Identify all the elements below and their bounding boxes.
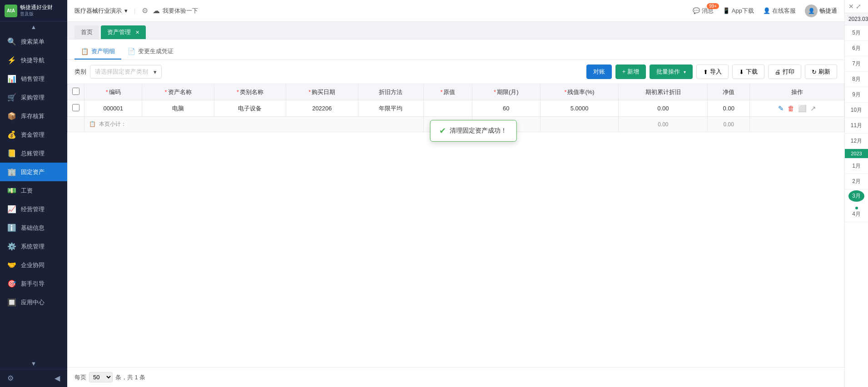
month-item-may[interactable]: 5月 [845,25,868,41]
copy-icon[interactable]: ⬜ [798,104,807,113]
user-info[interactable]: 👤 畅捷通 [805,5,837,17]
tab-asset-management[interactable]: 资产管理 ✕ [101,25,146,39]
service-icon: 👤 [763,7,770,14]
month-item-jan[interactable]: 1月 [845,159,868,174]
app-download-button[interactable]: 📱 App下载 [723,7,754,15]
sidebar-item-system[interactable]: ⚙️ 系统管理 [0,237,67,256]
fixed-assets-icon: 🏢 [7,168,16,176]
month-item-feb[interactable]: 2月 [845,174,868,189]
toolbar: 类别 请选择固定资产类别 ▾ 对账 + 新增 批量操作 ▾ [67,60,844,84]
download-button[interactable]: ⬇ 下载 [732,64,764,79]
toolbar-right: 对账 + 新增 批量操作 ▾ ⬆ 导入 ⬇ 下载 [586,64,837,79]
sub-tab-voucher[interactable]: 📄 变更生成凭证 [121,44,180,60]
sidebar-item-quicknav[interactable]: ⚡ 快捷导航 [0,51,67,69]
month-item-dec[interactable]: 12月 [845,134,868,149]
content-area: 首页 资产管理 ✕ 📋 资产明细 📄 变更生成凭证 [67,22,844,387]
row-actions: ✎ 🗑 ⬜ ↗ [750,100,844,117]
sidebar-item-tutorial[interactable]: 🎯 新手引导 [0,274,67,293]
app-logo: AtA [5,5,17,17]
app-subtitle: 普及版 [20,11,53,17]
customer-service-button[interactable]: 👤 在线客服 [763,7,796,15]
collaboration-icon: 🤝 [7,261,16,269]
col-actions: 操作 [750,84,844,100]
tutorial-icon: 🎯 [7,279,16,288]
col-name: *资产名称 [142,84,214,100]
topbar-divider: | [134,7,135,14]
refresh-button[interactable]: ↻ 刷新 [805,64,837,79]
month-item-sep[interactable]: 9月 [845,87,868,103]
sidebar-item-payroll[interactable]: 💵 工资 [0,181,67,200]
message-icon: 💬 [693,7,700,14]
sidebar-scroll-up[interactable]: ▲ [0,22,67,32]
per-page-select[interactable]: 50 100 200 [89,372,113,382]
batch-operations-button[interactable]: 批量操作 ▾ [650,64,693,79]
tab-home[interactable]: 首页 [74,25,99,39]
sidebar-item-search[interactable]: 🔍 搜索菜单 [0,32,67,51]
settings-gear-icon[interactable]: ⚙ [142,6,148,15]
new-button[interactable]: + 新增 [615,64,646,79]
right-panel-close-icon[interactable]: ✕ [848,3,854,10]
sidebar: AtA 畅捷通好业财 普及版 ▲ 🔍 搜索菜单 ⚡ 快捷导航 📊 销售管理 🛒 … [0,0,67,387]
row-residual-rate: 5.0000 [540,100,619,117]
sidebar-item-label: 基础信息 [21,224,45,232]
delete-icon[interactable]: 🗑 [788,104,794,112]
print-button[interactable]: 🖨 打印 [768,64,801,79]
edit-icon[interactable]: ✎ [778,104,784,113]
sidebar-scroll-down[interactable]: ▼ [0,358,67,369]
row-name: 电脑 [142,100,214,117]
sidebar-item-sales[interactable]: 📊 销售管理 [0,69,67,88]
message-badge: 99+ [707,3,719,9]
sidebar-item-inventory[interactable]: 📦 库存核算 [0,107,67,125]
reconcile-button[interactable]: 对账 [586,64,612,79]
action-icons-group: ✎ 🗑 ⬜ ↗ [754,104,839,113]
row-code: 000001 [84,100,142,117]
sidebar-collapse-button[interactable]: ◀ [55,374,60,382]
import-button[interactable]: ⬆ 导入 [696,64,729,79]
sidebar-item-label: 销售管理 [21,75,45,83]
service-label: 在线客服 [772,7,796,15]
sidebar-item-label: 新手引导 [21,280,45,288]
category-dropdown[interactable]: 请选择固定资产类别 ▾ [90,65,162,79]
month-item-mar-active[interactable]: 3月 [848,190,864,202]
sidebar-item-operations[interactable]: 📈 经营管理 [0,200,67,218]
subtotal-label: 本页小计： [99,121,126,127]
sidebar-item-label: 资金管理 [21,131,45,139]
sub-tab-asset-detail[interactable]: 📋 资产明细 [74,44,121,60]
company-name: 医疗器械行业演示 [74,7,122,15]
company-selector[interactable]: 医疗器械行业演示 ▾ [74,7,128,15]
right-panel: ✕ ⤢ 2023.03 5月 6月 7月 8月 9月 10月 11月 12月 2… [844,0,868,387]
sidebar-item-collaboration[interactable]: 🤝 企业协同 [0,256,67,274]
message-button[interactable]: 💬 消息 99+ [693,7,714,15]
sidebar-bottom: ⚙ ◀ [0,369,67,387]
table-header-row: *编码 *资产名称 *类别名称 *购买日期 折旧方法 *原值 *期限(月) *残… [68,84,844,100]
sidebar-item-basic-info[interactable]: ℹ️ 基础信息 [0,218,67,237]
refresh-icon: ↻ [812,69,817,75]
filter-area: 类别 请选择固定资产类别 ▾ [74,65,162,79]
sidebar-item-finance[interactable]: 💰 资金管理 [0,125,67,144]
sidebar-item-purchase[interactable]: 🛒 采购管理 [0,88,67,107]
month-item-apr[interactable]: 4月 [845,203,868,222]
import-icon: ⬆ [703,69,708,75]
toast-message: 清理固定资产成功！ [450,127,507,135]
success-toast: ✔ 清理固定资产成功！ [430,120,516,142]
month-item-aug[interactable]: 8月 [845,72,868,87]
sidebar-item-label: 经营管理 [21,205,45,213]
month-item-oct[interactable]: 10月 [845,103,868,118]
col-category: *类别名称 [214,84,286,100]
month-item-jun[interactable]: 6月 [845,41,868,56]
topbar: 医疗器械行业演示 ▾ | ⚙ ☁ 我要体验一下 💬 消息 99+ 📱 App下载… [67,0,844,22]
select-all-checkbox[interactable] [72,88,79,95]
sidebar-item-fixed-assets[interactable]: 🏢 固定资产 [0,163,67,181]
more-icon[interactable]: ↗ [810,104,816,113]
tab-close-icon[interactable]: ✕ [135,30,139,35]
row-checkbox[interactable] [72,104,79,111]
sidebar-item-app-center[interactable]: 🔲 应用中心 [0,293,67,312]
subtotal-icon: 📋 [89,121,96,127]
inventory-icon: 📦 [7,112,16,120]
experience-button[interactable]: ☁ 我要体验一下 [153,6,198,15]
month-item-nov[interactable]: 11月 [845,118,868,134]
month-item-jul[interactable]: 7月 [845,56,868,72]
right-panel-expand-icon[interactable]: ⤢ [856,3,861,10]
settings-icon[interactable]: ⚙ [7,374,14,382]
sidebar-item-ledger[interactable]: 📒 总账管理 [0,144,67,163]
